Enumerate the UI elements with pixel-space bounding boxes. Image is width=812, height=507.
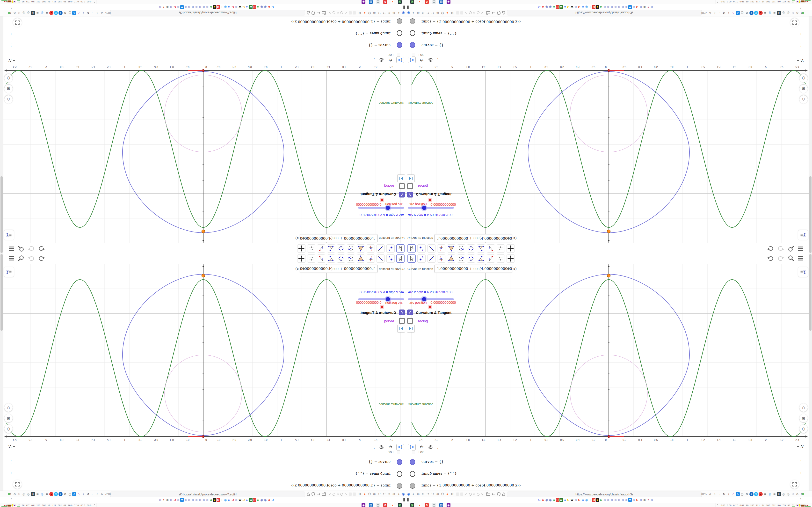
page-action-dot[interactable] xyxy=(340,11,343,14)
shield-icon[interactable]: ◎ xyxy=(781,492,785,496)
algebra-row[interactable]: curves = {}⋮ xyxy=(3,39,406,51)
function-selector-dropdown[interactable]: 1.000000000000 + cos(4.000000000000 x) xyxy=(300,234,377,242)
home-button[interactable]: ⌂ xyxy=(4,95,12,104)
reload-icon[interactable]: ↻ xyxy=(86,11,90,15)
menu-icon[interactable] xyxy=(798,245,804,251)
algebra-tree-button[interactable] xyxy=(408,57,416,63)
bookmark-favicon[interactable]: G xyxy=(209,498,213,502)
ublock-icon[interactable]: U xyxy=(31,492,35,496)
fx-button[interactable]: fx xyxy=(418,444,425,450)
lock-icon[interactable] xyxy=(501,492,506,498)
redo-script-icon[interactable]: ↷ xyxy=(426,11,430,15)
url-bar[interactable]: https://www.geogebra.org/classic/aagcxh3… xyxy=(110,10,305,15)
star-icon[interactable]: ☆ xyxy=(95,492,99,496)
algebra-row[interactable]: funcs = {1.000000000000 + cos(4.00000000… xyxy=(3,480,406,492)
terminal-app-icon[interactable]: ▣ xyxy=(410,0,414,4)
move-tool[interactable] xyxy=(407,244,416,252)
firefox-icon[interactable]: ● xyxy=(445,492,450,496)
bookmark-favicon[interactable]: ◉ xyxy=(264,5,267,9)
bookmark-favicon[interactable]: ◉ xyxy=(264,498,267,502)
algebra-row[interactable]: curves = {}⋮ xyxy=(406,456,809,468)
list-group-row[interactable]: − List xyxy=(389,450,400,454)
undo-icon[interactable] xyxy=(767,244,774,252)
function-selector-dropdown[interactable]: 1.000000000000 + cos(4.000000000000 x) xyxy=(435,234,512,242)
zoom-out-button[interactable]: ⊖ xyxy=(800,74,808,82)
list-group-row[interactable]: − List xyxy=(412,450,423,454)
download-icon[interactable]: ↓ xyxy=(82,11,86,15)
tray-chevrons-icon[interactable]: « xyxy=(716,504,719,506)
polygon-tool[interactable] xyxy=(357,255,365,263)
kebab-icon[interactable]: ⋮ xyxy=(799,471,803,476)
save-app-icon[interactable]: ▤ xyxy=(369,0,373,4)
list-group-row[interactable]: − List xyxy=(412,53,423,57)
bookmark-favicon[interactable]: w xyxy=(559,5,563,9)
vpn-icon[interactable]: ▼ xyxy=(754,11,758,15)
folder-icon[interactable] xyxy=(321,492,326,498)
url-bar[interactable]: https://www.geogebra.org/classic/aagcxh3… xyxy=(507,10,702,15)
home-button[interactable]: ⌂ xyxy=(4,403,12,412)
circle-tool[interactable] xyxy=(457,244,465,252)
circle-tool[interactable] xyxy=(347,255,355,263)
recorder-icon[interactable]: ● xyxy=(759,11,763,15)
bookmark-favicon[interactable]: G xyxy=(246,5,249,9)
polygon-tool[interactable] xyxy=(447,255,455,263)
point-tool[interactable]: A xyxy=(387,244,395,252)
wrench-icon[interactable]: ⚙ xyxy=(795,492,800,496)
folder-icon[interactable] xyxy=(486,9,491,15)
search-icon[interactable] xyxy=(18,244,24,252)
globe-gray-icon[interactable]: ◎ xyxy=(22,11,26,15)
save-app-icon[interactable]: ▤ xyxy=(439,503,443,507)
arc-position-slider-thumb[interactable] xyxy=(380,306,383,308)
capsule-icon[interactable]: ▢ xyxy=(740,11,744,15)
kebab-icon[interactable]: ⋮ xyxy=(372,445,376,449)
redo-script-icon[interactable]: ↷ xyxy=(430,492,435,496)
visibility-toggle[interactable] xyxy=(410,471,415,477)
shield-icon[interactable] xyxy=(311,492,316,498)
bookmark-favicon[interactable]: ⊛ xyxy=(198,5,202,9)
bookmark-favicon[interactable]: G xyxy=(577,498,581,502)
page-action-dot[interactable] xyxy=(333,11,335,14)
terminal-app-icon[interactable]: ▣ xyxy=(410,503,414,507)
menu-icon[interactable] xyxy=(798,256,804,262)
move-graphics-tool[interactable] xyxy=(297,244,305,252)
pin-icon[interactable]: ◉ xyxy=(406,11,411,15)
zoom-out-button[interactable]: ⊖ xyxy=(4,425,12,433)
flag-icon[interactable]: ⚐ xyxy=(17,492,21,496)
bookmark-favicon[interactable]: ⊛ xyxy=(191,5,195,9)
star-icon[interactable]: ☆ xyxy=(95,11,99,15)
gear-icon[interactable]: ⚙ xyxy=(358,492,362,496)
reload-icon[interactable]: ↻ xyxy=(722,492,726,496)
bookmark-favicon[interactable]: i xyxy=(589,5,592,9)
capsule-icon[interactable]: ▢ xyxy=(68,492,72,496)
vpn-icon[interactable]: ▼ xyxy=(54,492,58,496)
bookmark-favicon[interactable]: G xyxy=(231,5,235,9)
tracing-checkbox[interactable] xyxy=(407,183,413,189)
trash-icon[interactable]: ≣ xyxy=(763,492,767,496)
search-icon[interactable] xyxy=(788,255,794,263)
globe-icon[interactable]: ⊕ xyxy=(421,11,425,15)
settings-app-icon[interactable]: ⚙ xyxy=(425,503,429,507)
bookmark-favicon[interactable]: Я xyxy=(592,498,596,502)
tracing-checkbox[interactable] xyxy=(399,183,405,189)
save-app-icon[interactable]: ▤ xyxy=(369,503,373,507)
bookmark-favicon[interactable]: w xyxy=(249,5,253,9)
monitor-app-icon[interactable]: ▢ xyxy=(376,0,380,4)
globe-icon[interactable]: ⊕ xyxy=(421,492,425,496)
bookmark-favicon[interactable]: ▼ xyxy=(628,5,632,9)
redo-script-icon[interactable]: ↷ xyxy=(382,492,386,496)
redo-icon[interactable] xyxy=(28,255,35,263)
globe-icon[interactable]: ⊕ xyxy=(392,492,396,496)
algebra-row[interactable]: funcs = {1.000000000000 + cos(4.00000000… xyxy=(3,15,406,27)
marker-icon[interactable]: ∕ xyxy=(77,492,81,496)
algebra-settings-button[interactable] xyxy=(378,444,385,450)
bookmark-favicon[interactable]: ⊛ xyxy=(206,498,209,502)
bookmark-favicon[interactable]: ⊛ xyxy=(574,498,577,502)
bookmark-favicon[interactable]: Я xyxy=(216,5,220,9)
visibility-toggle[interactable] xyxy=(410,42,415,48)
wrench-icon[interactable]: ⚙ xyxy=(795,11,800,15)
kebab-icon[interactable]: ⋮ xyxy=(436,58,440,62)
bookmark-favicon[interactable]: ⊛ xyxy=(235,5,238,9)
bookmark-favicon[interactable]: ⊛ xyxy=(206,5,209,9)
firefox-app-icon[interactable]: ● xyxy=(391,0,394,4)
visibility-toggle[interactable] xyxy=(410,30,415,36)
